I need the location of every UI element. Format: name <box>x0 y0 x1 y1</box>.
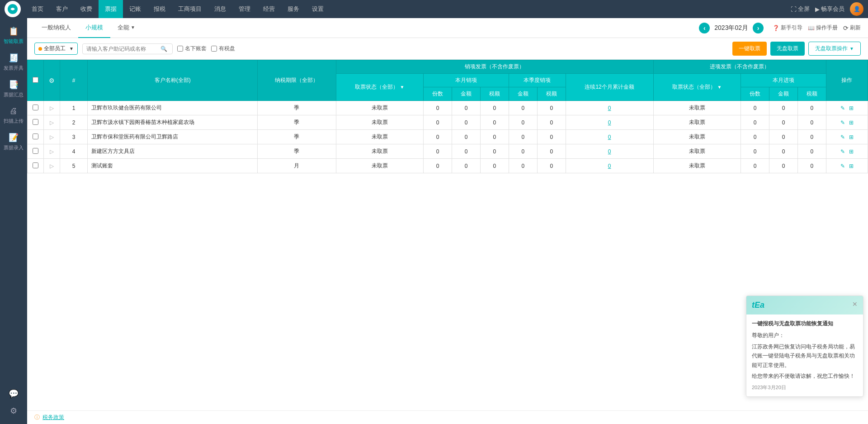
refresh-btn[interactable]: ⟳ 刷新 <box>843 24 861 32</box>
employee-select[interactable]: 全部员工 ▼ <box>34 43 78 55</box>
row-checkbox[interactable] <box>33 133 38 139</box>
nav-tax[interactable]: 报税 <box>147 0 172 18</box>
view-icon[interactable]: ⊞ <box>849 148 854 155</box>
expand-icon[interactable]: ▷ <box>50 148 54 155</box>
sidebar-item-config[interactable]: ⚙ <box>1 402 26 419</box>
view-icon[interactable]: ⊞ <box>849 163 854 169</box>
purchase-status-filter-icon[interactable]: ▼ <box>717 85 722 90</box>
row-sale-m-tax: 0 <box>481 159 509 173</box>
sidebar-item-scan[interactable]: 🖨 扫描上传 <box>1 103 26 128</box>
row-name: 卫辉市保和堂医药有限公司卫辉路店 <box>88 130 258 144</box>
expand-icon[interactable]: ▷ <box>50 105 54 111</box>
employee-chevron-icon: ▼ <box>69 46 74 51</box>
chat-icon: 💬 <box>9 389 19 399</box>
sale-12m-link[interactable]: 0 <box>608 105 611 111</box>
fullscreen-icon: ⛶ <box>791 6 797 13</box>
nav-fee[interactable]: 收费 <box>74 0 99 18</box>
row-purchase-m-count: 0 <box>741 159 769 173</box>
user-avatar[interactable]: 👤 <box>850 2 863 16</box>
filter-has-disk-checkbox[interactable] <box>211 46 217 52</box>
row-num: 1 <box>60 101 88 115</box>
nav-message[interactable]: 消息 <box>208 0 232 18</box>
sidebar-item-smart-ticket[interactable]: 📋 智能取票 <box>1 23 26 48</box>
nav-operation[interactable]: 经营 <box>257 0 281 18</box>
row-purchase-m-count: 0 <box>741 144 769 159</box>
sub-tabs-right: ❓ 新手引导 📖 操作手册 ⟳ 刷新 <box>773 24 861 32</box>
nav-manage[interactable]: 管理 <box>232 0 257 18</box>
sale-12m-link[interactable]: 0 <box>608 148 611 155</box>
fullscreen-btn[interactable]: ⛶ 全屏 <box>791 5 810 13</box>
select-all-checkbox[interactable] <box>33 77 38 83</box>
edit-icon[interactable]: ✎ <box>840 105 845 111</box>
tab-general-taxpayer[interactable]: 一般纳税人 <box>34 18 78 38</box>
sidebar-item-entry[interactable]: 📝 票据录入 <box>1 129 26 155</box>
date-nav: ‹ 2023年02月 › <box>699 23 764 33</box>
nav-service[interactable]: 服务 <box>281 0 306 18</box>
sidebar-item-chat[interactable]: 💬 <box>1 385 26 402</box>
tax-policy-link[interactable]: 税务政策 <box>42 414 64 421</box>
filter-has-disk[interactable]: 有税盘 <box>211 45 235 52</box>
row-purchase-status: 未取票 <box>653 101 741 115</box>
row-checkbox[interactable] <box>33 162 38 168</box>
guide-btn[interactable]: ❓ 新手引导 <box>773 24 802 32</box>
sale-12m-link[interactable]: 0 <box>608 163 611 169</box>
tab-small-scale[interactable]: 小规模 <box>78 18 110 38</box>
nav-client[interactable]: 客户 <box>50 0 74 18</box>
nav-settings[interactable]: 设置 <box>306 0 330 18</box>
sidebar-item-summary[interactable]: 📑 票据汇总 <box>1 76 26 102</box>
notif-close-btn[interactable]: ✕ <box>852 300 858 308</box>
tab-all-function[interactable]: 全能 ▼ <box>110 18 142 38</box>
filter-my-accounts-checkbox[interactable] <box>177 46 183 52</box>
one-click-btn[interactable]: 一键取票 <box>732 42 767 56</box>
th-purchase-m-count: 份数 <box>741 87 769 101</box>
row-checkbox[interactable] <box>33 119 38 125</box>
search-icon[interactable]: 🔍 <box>160 46 167 52</box>
row-sale-12m: 0 <box>566 144 653 159</box>
row-checkbox[interactable] <box>33 148 38 154</box>
row-sale-m-count: 0 <box>424 101 452 115</box>
row-sale-m-amount: 0 <box>452 130 481 144</box>
row-checkbox[interactable] <box>33 105 38 110</box>
th-sale-m-amount: 金额 <box>452 87 481 101</box>
row-sale-q-amount: 0 <box>509 159 537 173</box>
gear-icon[interactable]: ⚙ <box>49 77 55 84</box>
row-checkbox-cell <box>28 115 44 130</box>
sale-12m-link[interactable]: 0 <box>608 134 611 140</box>
sidebar-item-open-invoice[interactable]: 🧾 发票开具 <box>1 49 26 75</box>
manual-btn[interactable]: 📖 操作手册 <box>808 24 838 32</box>
search-input[interactable] <box>86 46 159 52</box>
th-ops: 操作 <box>826 60 868 101</box>
nav-home[interactable]: 首页 <box>25 0 50 18</box>
edit-icon[interactable]: ✎ <box>840 119 845 126</box>
row-purchase-m-amount: 0 <box>769 115 798 130</box>
expand-icon[interactable]: ▷ <box>50 163 54 169</box>
ops-chevron-icon: ▼ <box>849 46 854 51</box>
row-purchase-m-tax: 0 <box>797 101 826 115</box>
view-icon[interactable]: ⊞ <box>849 119 854 126</box>
nav-invoice[interactable]: 票据 <box>99 0 123 18</box>
filter-my-accounts[interactable]: 名下账套 <box>177 45 207 52</box>
th-sale-m-tax: 税额 <box>481 87 509 101</box>
prev-month-btn[interactable]: ‹ <box>699 23 710 33</box>
no-disk-ops-btn[interactable]: 无盘取票操作 ▼ <box>808 42 861 56</box>
edit-icon[interactable]: ✎ <box>840 134 845 140</box>
member-btn[interactable]: ▶ 畅享会员 <box>815 5 844 13</box>
row-purchase-m-amount: 0 <box>769 144 798 159</box>
sale-12m-link[interactable]: 0 <box>608 119 611 126</box>
nav-bookkeeping[interactable]: 记账 <box>123 0 147 18</box>
row-sale-12m: 0 <box>566 159 653 173</box>
sale-status-filter-icon[interactable]: ▼ <box>400 85 405 90</box>
edit-icon[interactable]: ✎ <box>840 163 845 169</box>
notif-brand: tEa <box>752 300 764 310</box>
edit-icon[interactable]: ✎ <box>840 148 845 155</box>
expand-icon[interactable]: ▷ <box>50 134 54 140</box>
no-disk-btn[interactable]: 无盘取票 <box>770 42 805 56</box>
view-icon[interactable]: ⊞ <box>849 105 854 111</box>
expand-icon[interactable]: ▷ <box>50 119 54 126</box>
table-row: ▷ 3 卫辉市保和堂医药有限公司卫辉路店 季 未取票 0 0 0 0 0 0 未… <box>28 130 868 144</box>
th-purchase-monthly: 本月进项 <box>741 74 826 87</box>
view-icon[interactable]: ⊞ <box>849 134 854 140</box>
nav-business[interactable]: 工商项目 <box>172 0 208 18</box>
next-month-btn[interactable]: › <box>753 23 764 33</box>
row-checkbox-cell <box>28 101 44 115</box>
